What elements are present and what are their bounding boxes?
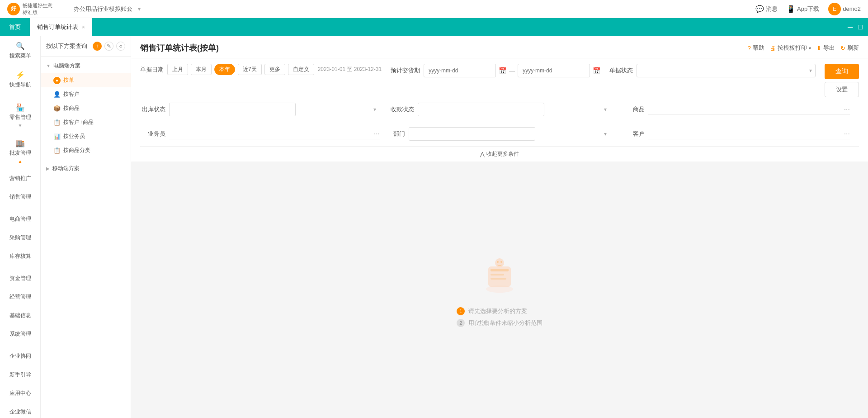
collapse-icon: ⋀ bbox=[480, 151, 485, 157]
sidebar-item-newbie[interactable]: 新手引导 bbox=[0, 366, 40, 384]
left-panel: 按以下方案查询 + ✎ « ▼ 电脑端方案 ● 按单 👤 按客户 bbox=[41, 36, 131, 418]
page-title: 销售订单统计表(按单) bbox=[140, 43, 219, 53]
tab-home[interactable]: 首页 bbox=[0, 18, 30, 36]
scheme-by-goods[interactable]: 📦 按商品 bbox=[41, 101, 131, 115]
doc-status-select[interactable] bbox=[637, 64, 816, 77]
doc-status-dropdown-icon: ▾ bbox=[809, 67, 812, 74]
tab-close-btn[interactable]: × bbox=[82, 24, 85, 30]
left-panel-header: 按以下方案查询 + ✎ « bbox=[41, 36, 131, 57]
refresh-btn[interactable]: ↻ 刷新 bbox=[840, 44, 859, 52]
tip-num-1: 1 bbox=[457, 307, 465, 315]
top-bar-left: 好 畅捷通好生意 标准版 | 办公用品行业模拟账套 ▾ bbox=[7, 2, 141, 15]
delivery-status-select[interactable] bbox=[169, 103, 296, 116]
goods-icon: 📦 bbox=[53, 105, 61, 112]
scheme-by-order[interactable]: ● 按单 bbox=[41, 73, 131, 87]
sidebar-item-inventory[interactable]: 库存核算 bbox=[0, 247, 40, 266]
customer-more-icon[interactable]: ··· bbox=[844, 130, 850, 138]
category-icon: 📋 bbox=[53, 147, 61, 154]
sidebar-item-ecommerce[interactable]: 电商管理 bbox=[0, 210, 40, 228]
date-btn-custom[interactable]: 自定义 bbox=[288, 64, 314, 75]
industry-dropdown-icon[interactable]: ▾ bbox=[138, 6, 141, 12]
customer-input[interactable] bbox=[648, 129, 842, 139]
order-icon: ● bbox=[53, 77, 61, 84]
export-btn[interactable]: ⬇ 导出 bbox=[816, 44, 835, 52]
empty-state: 1 请先选择要分析的方案 2 用[过滤]条件来缩小分析范围 bbox=[131, 162, 868, 418]
message-btn[interactable]: 💬 消息 bbox=[755, 5, 778, 13]
settings-btn[interactable]: 设置 bbox=[825, 82, 859, 97]
svg-point-5 bbox=[495, 258, 504, 267]
scheme-by-customer[interactable]: 👤 按客户 bbox=[41, 87, 131, 101]
goods-more-icon[interactable]: ··· bbox=[844, 105, 850, 114]
industry-label: 办公用品行业模拟账套 bbox=[74, 5, 132, 13]
add-scheme-btn[interactable]: + bbox=[93, 42, 102, 51]
help-icon: ? bbox=[748, 45, 751, 52]
empty-tips: 1 请先选择要分析的方案 2 用[过滤]条件来缩小分析范围 bbox=[457, 307, 542, 327]
message-icon: 💬 bbox=[755, 5, 764, 13]
svg-rect-4 bbox=[491, 278, 506, 280]
collapse-bar[interactable]: ⋀ 收起更多条件 bbox=[140, 146, 859, 162]
sidebar-item-enterprise[interactable]: 企业协同 bbox=[0, 347, 40, 366]
edit-scheme-btn[interactable]: ✎ bbox=[104, 42, 113, 51]
date-btn-more[interactable]: 更多 bbox=[264, 64, 285, 75]
print-icon: 🖨 bbox=[770, 45, 776, 52]
sidebar-item-wholesale[interactable]: 🏬 批发管理 ▲ bbox=[0, 133, 40, 169]
sidebar-item-sales[interactable]: 销售管理 bbox=[0, 188, 40, 206]
dept-dropdown-icon: ▾ bbox=[604, 131, 607, 137]
sidebar-item-wechat[interactable]: 企业微信 bbox=[0, 403, 40, 418]
sidebar-item-appstore[interactable]: 应用中心 bbox=[0, 384, 40, 403]
template-print-btn[interactable]: 🖨 按模板打印 ▾ bbox=[770, 44, 811, 52]
date-btn-last-7[interactable]: 近7天 bbox=[238, 64, 262, 75]
tab-maximize-btn[interactable]: □ bbox=[858, 23, 863, 31]
sidebar-item-quick-nav[interactable]: ⚡ 快捷导航 bbox=[0, 65, 40, 94]
salesperson-input[interactable] bbox=[169, 129, 372, 139]
pc-section-header[interactable]: ▼ 电脑端方案 bbox=[41, 58, 131, 73]
date-btn-this-year[interactable]: 本年 bbox=[214, 64, 235, 75]
calendar-icon-1: 📅 bbox=[499, 67, 506, 74]
search-btn[interactable]: 查询 bbox=[825, 64, 859, 79]
sidebar-item-purchase[interactable]: 采购管理 bbox=[0, 228, 40, 247]
svg-point-6 bbox=[497, 261, 499, 263]
sidebar-item-finance[interactable]: 资金管理 bbox=[0, 269, 40, 288]
sidebar: 🔍 搜索菜单 ⚡ 快捷导航 🏪 零售管理 ▼ 🏬 批发管理 ▲ 营销推广 销售管… bbox=[0, 36, 41, 418]
top-bar-right: 💬 消息 📱 App下载 E demo2 bbox=[755, 3, 861, 15]
app-download-btn[interactable]: 📱 App下载 bbox=[787, 5, 819, 13]
sidebar-item-basic[interactable]: 基础信息 bbox=[0, 306, 40, 325]
retail-icon: 🏪 bbox=[16, 103, 25, 112]
chevron-down-icon-pc: ▼ bbox=[46, 63, 51, 68]
goods-input[interactable] bbox=[648, 104, 842, 114]
date-label: 单据日期 bbox=[140, 66, 164, 74]
tab-bar-actions: ─ □ bbox=[848, 23, 868, 31]
delivery-date-end[interactable] bbox=[518, 64, 590, 77]
user-menu[interactable]: E demo2 bbox=[828, 3, 861, 15]
mobile-section-header[interactable]: ▶ 移动端方案 bbox=[41, 161, 131, 176]
scheme-by-customer-goods[interactable]: 📋 按客户+商品 bbox=[41, 115, 131, 129]
tab-sales-stats[interactable]: 销售订单统计表 × bbox=[30, 18, 92, 36]
mobile-section: ▶ 移动端方案 bbox=[41, 159, 131, 178]
sidebar-item-search-menu[interactable]: 🔍 搜索菜单 bbox=[0, 36, 40, 65]
sidebar-item-marketing[interactable]: 营销推广 bbox=[0, 169, 40, 188]
collapse-panel-btn[interactable]: « bbox=[116, 42, 125, 51]
help-btn[interactable]: ? 帮助 bbox=[748, 44, 764, 52]
department-select[interactable] bbox=[409, 127, 535, 141]
sidebar-item-system[interactable]: 系统管理 bbox=[0, 325, 40, 343]
date-range-text: 2023-01-01 至 2023-12-31 bbox=[318, 66, 382, 73]
payment-status-select[interactable] bbox=[418, 103, 544, 116]
tab-active-label: 销售订单统计表 bbox=[37, 23, 78, 31]
page-title-row: 销售订单统计表(按单) ? 帮助 🖨 按模板打印 ▾ ⬇ bbox=[140, 43, 859, 53]
delivery-date-start[interactable] bbox=[424, 64, 496, 77]
empty-tip-2: 2 用[过滤]条件来缩小分析范围 bbox=[457, 319, 542, 327]
scheme-by-salesperson[interactable]: 📊 按业务员 bbox=[41, 129, 131, 143]
salesperson-filter-label: 业务员 bbox=[140, 130, 165, 138]
salesperson-more-icon[interactable]: ··· bbox=[374, 130, 380, 138]
main-content: 销售订单统计表(按单) ? 帮助 🖨 按模板打印 ▾ ⬇ bbox=[131, 36, 868, 418]
date-btn-this-month[interactable]: 本月 bbox=[191, 64, 212, 75]
date-btn-last-month[interactable]: 上月 bbox=[167, 64, 188, 75]
tab-minimize-btn[interactable]: ─ bbox=[848, 23, 853, 31]
expected-delivery-label: 预计交货期 bbox=[391, 66, 420, 75]
sidebar-item-operation[interactable]: 经营管理 bbox=[0, 288, 40, 306]
scheme-by-category[interactable]: 📋 按商品分类 bbox=[41, 143, 131, 157]
sidebar-item-retail[interactable]: 🏪 零售管理 ▼ bbox=[0, 98, 40, 133]
left-panel-actions: + ✎ « bbox=[93, 42, 125, 51]
empty-tip-1: 1 请先选择要分析的方案 bbox=[457, 307, 542, 315]
chevron-up-icon: ▲ bbox=[18, 159, 23, 164]
